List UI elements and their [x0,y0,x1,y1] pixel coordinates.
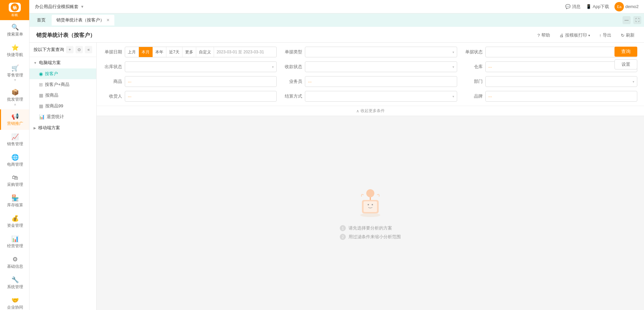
sidebar-item-inventory-label: 库存核算 [7,202,23,208]
scheme-item-customer-goods[interactable]: ⊞ 按客户+商品 [30,79,96,90]
scheme-item-by-goods[interactable]: ▦ 按商品 [30,90,96,101]
message-action[interactable]: 💬 消息 [565,4,581,10]
filter-brand-input[interactable]: ··· [485,91,637,102]
scheme-item-goods-99-label: 按商品99 [45,103,63,109]
tab-minimize-btn[interactable]: — [623,16,631,24]
filter-goods-label: 商品 [103,79,122,85]
date-btn-more[interactable]: 更多 [182,47,196,57]
sidebar-item-purchase[interactable]: 🛍 采购管理 [0,171,29,191]
scheme-collapse-btn[interactable]: « [85,46,92,53]
app-download-action[interactable]: 📱 App下载 [586,4,609,10]
help-btn[interactable]: ? 帮助 [535,31,552,40]
scheme-group-mobile-arrow: ▶ [34,126,36,130]
sidebar-item-basic[interactable]: ⚙ 基础信息 [0,252,29,273]
filter-warehouse-more: ··· [488,64,492,69]
tab-close-icon[interactable]: ✕ [106,18,110,22]
filter-date-label: 单据日期 [103,49,122,55]
filter-recv-status-input[interactable]: ▾ [305,61,457,72]
scheme-item-return-stat[interactable]: 📊 退货统计 [30,111,96,122]
date-btn-last-month[interactable]: 上月 [125,47,139,57]
scheme-group-mobile: ▶ 移动端方案 [30,122,96,134]
scheme-settings-btn[interactable]: ⊙ [75,46,83,53]
filter-settle-input[interactable]: ▾ [305,91,457,102]
scheme-item-customer-icon: ◉ [39,71,43,76]
filter-staff-input[interactable]: ··· [305,76,457,87]
operation-icon: 📊 [11,235,19,243]
empty-tips: 1 请先选择要分析的方案 2 用过滤条件来缩小分析范围 [340,225,401,240]
filter-out-status-input[interactable]: ▾ [125,61,277,72]
query-btn[interactable]: 查询 [614,47,637,57]
export-btn[interactable]: ↑ 导出 [597,31,614,40]
filter-item-out-status: 出库状态 ▾ [103,61,277,72]
sidebar-item-finance[interactable]: 💰 资金管理 [0,211,29,232]
sidebar-item-sales[interactable]: 📈 销售管理 [0,130,29,150]
sidebar-item-system[interactable]: 🔧 系统管理 [0,273,29,293]
filter-out-status-label: 出库状态 [103,64,122,70]
date-btn-this-year[interactable]: 本年 [153,47,166,57]
filter-dept-input[interactable]: ▾ [485,76,637,87]
sidebar-item-enterprise-label: 企业协同 [7,305,23,310]
enterprise-icon: 🤝 [11,297,19,304]
sidebar-item-operation-label: 经营管理 [7,243,23,249]
sidebar-item-ecommerce[interactable]: 🌐 电商管理 [0,150,29,171]
filter-status-label: 单据状态 [464,49,483,55]
date-btn-7days[interactable]: 近7天 [166,47,182,57]
scheme-group-mobile-label: 移动端方案 [38,125,60,131]
refresh-btn[interactable]: ↻ 刷新 [618,31,637,40]
sidebar-item-wholesale-label: 批发管理 [7,97,23,102]
filter-goods-more: ··· [128,79,131,84]
sidebar-item-retail[interactable]: 🛒 零售管理 ▼ [0,61,29,85]
date-btn-custom[interactable]: 自定义 [196,47,214,57]
topbar-dropdown-icon[interactable]: ▾ [81,4,84,9]
sidebar-item-wholesale[interactable]: 📦 批发管理 ▲ [0,85,29,109]
retail-expand-icon: ▼ [13,78,17,82]
empty-tip-1: 1 请先选择要分析的方案 [340,225,401,231]
svg-rect-4 [364,201,377,212]
filter-date-control: 上月 本月 本年 近7天 更多 自定义 2023-03-01 至 2023-03… [125,47,277,57]
scheme-item-return-label: 退货统计 [47,114,64,120]
tab-home[interactable]: 首页 [32,15,50,25]
scheme-group-desktop-header[interactable]: ▼ 电脑端方案 [30,57,96,68]
scheme-item-customer-label: 按客户 [45,71,58,77]
filter-brand-more: ··· [488,94,492,99]
sidebar-item-inventory[interactable]: 🏪 库存核算 [0,191,29,211]
date-filter: 上月 本月 本年 近7天 更多 自定义 2023-03-01 至 2023-03… [125,47,277,57]
filter-settle-label: 结算方式 [283,93,302,99]
scheme-group-mobile-header[interactable]: ▶ 移动端方案 [30,122,96,134]
settings-btn[interactable]: 设置 [614,59,637,69]
tab-maximize-btn[interactable]: ⛶ [633,16,641,24]
collapse-up-icon: ∧ [356,109,359,113]
scheme-header: 按以下方案查询 + ⊙ « [30,43,96,57]
svg-point-8 [372,204,373,205]
template-print-btn[interactable]: 🖨 按模板打印 ▾ [557,31,593,40]
scheme-item-by-customer[interactable]: ◉ 按客户 [30,68,96,79]
date-btn-this-month[interactable]: 本月 [139,47,153,57]
filter-goods-control: ··· [125,76,277,87]
filter-goods-input[interactable]: ··· [125,76,277,87]
sidebar-item-enterprise[interactable]: 🤝 企业协同 [0,293,29,310]
filter-out-status-control: ▾ [125,61,277,72]
template-print-icon: 🖨 [559,33,564,38]
sidebar-item-marketing[interactable]: 📢 营销推广 [0,109,29,130]
filter-type-input[interactable]: ▾ [305,47,457,57]
filter-recv-person-input[interactable]: ··· [125,91,277,102]
user-action[interactable]: Ea demo2 [614,2,639,11]
app-download-icon: 📱 [586,4,591,9]
filter-item-settle: 结算方式 ▾ [283,91,457,102]
collapse-btn[interactable]: ∧ 收起更多条件 [97,106,644,116]
inventory-icon: 🏪 [11,194,19,202]
scheme-add-btn[interactable]: + [66,46,73,53]
tip-text-2: 用过滤条件来缩小分析范围 [348,234,401,240]
filter-item-goods: 商品 ··· [103,76,277,87]
sidebar-item-search[interactable]: 🔍 搜索菜单 [0,20,29,41]
scheme-group-desktop-arrow: ▼ [34,61,37,65]
filter-item-dept: 部门 ▾ [464,76,637,87]
tab-sales-stat[interactable]: 销货单统计表（按客户） ✕ [52,15,114,25]
sidebar-item-quicknav[interactable]: ⭐ 快捷导航 [0,41,29,61]
scheme-group-desktop: ▼ 电脑端方案 ◉ 按客户 ⊞ 按客户+商品 ▦ 按商品 [30,57,96,122]
filter-item-recv-person: 收货人 ··· [103,91,277,102]
sidebar-item-operation[interactable]: 📊 经营管理 [0,232,29,252]
filter-staff-more: ··· [308,79,312,84]
scheme-item-by-goods-99[interactable]: ▦ 按商品99 [30,101,96,111]
scheme-item-customer-goods-label: 按客户+商品 [45,82,69,88]
